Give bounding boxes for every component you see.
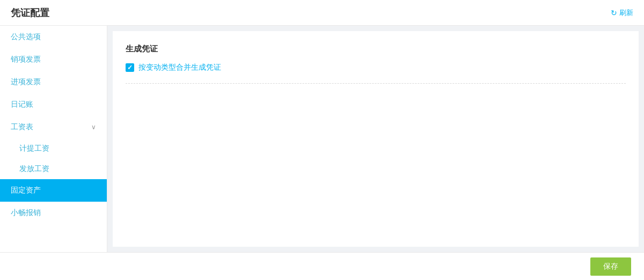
divider <box>126 83 626 84</box>
sidebar-item-purchase-invoice[interactable]: 进项发票 <box>0 71 107 93</box>
refresh-label: 刷新 <box>619 8 633 18</box>
sidebar-label-purchase-invoice: 进项发票 <box>11 77 41 87</box>
chevron-icon: ∨ <box>91 123 96 131</box>
sidebar-label-public-options: 公共选项 <box>11 32 41 42</box>
sidebar-label-sales-invoice: 销项发票 <box>11 55 41 64</box>
sidebar-item-expense-report[interactable]: 小畅报销 <box>0 202 107 224</box>
sidebar-item-fixed-assets[interactable]: 固定资产 <box>0 179 107 202</box>
save-button[interactable]: 保存 <box>590 257 631 276</box>
section-title: 生成凭证 <box>126 44 626 54</box>
sidebar-label-journal: 日记账 <box>11 100 33 109</box>
sidebar: 公共选项销项发票进项发票日记账工资表∨计提工资发放工资固定资产小畅报销 <box>0 26 107 252</box>
checkbox-label[interactable]: 按变动类型合并生成凭证 <box>138 63 221 72</box>
sidebar-item-public-options[interactable]: 公共选项 <box>0 26 107 48</box>
sidebar-item-pay-salary[interactable]: 发放工资 <box>0 159 107 179</box>
page-title: 凭证配置 <box>11 6 49 19</box>
sidebar-item-sales-invoice[interactable]: 销项发票 <box>0 48 107 71</box>
footer: 保存 <box>0 252 644 280</box>
sidebar-item-payroll[interactable]: 工资表∨ <box>0 116 107 138</box>
sidebar-label-expense-report: 小畅报销 <box>11 208 41 218</box>
page-wrapper: 凭证配置 ↻ 刷新 公共选项销项发票进项发票日记账工资表∨计提工资发放工资固定资… <box>0 0 644 280</box>
main-content: 公共选项销项发票进项发票日记账工资表∨计提工资发放工资固定资产小畅报销 生成凭证… <box>0 26 644 252</box>
merge-by-type-checkbox[interactable] <box>126 63 134 72</box>
sidebar-label-fixed-assets: 固定资产 <box>11 186 41 195</box>
sidebar-item-accrual-salary[interactable]: 计提工资 <box>0 138 107 159</box>
refresh-button[interactable]: ↻ 刷新 <box>611 8 633 18</box>
sidebar-label-payroll: 工资表 <box>11 122 33 132</box>
refresh-icon: ↻ <box>611 9 617 17</box>
content-area: 生成凭证 按变动类型合并生成凭证 <box>113 31 639 247</box>
checkbox-row: 按变动类型合并生成凭证 <box>126 63 626 72</box>
sidebar-item-journal[interactable]: 日记账 <box>0 93 107 116</box>
header: 凭证配置 ↻ 刷新 <box>0 0 644 26</box>
